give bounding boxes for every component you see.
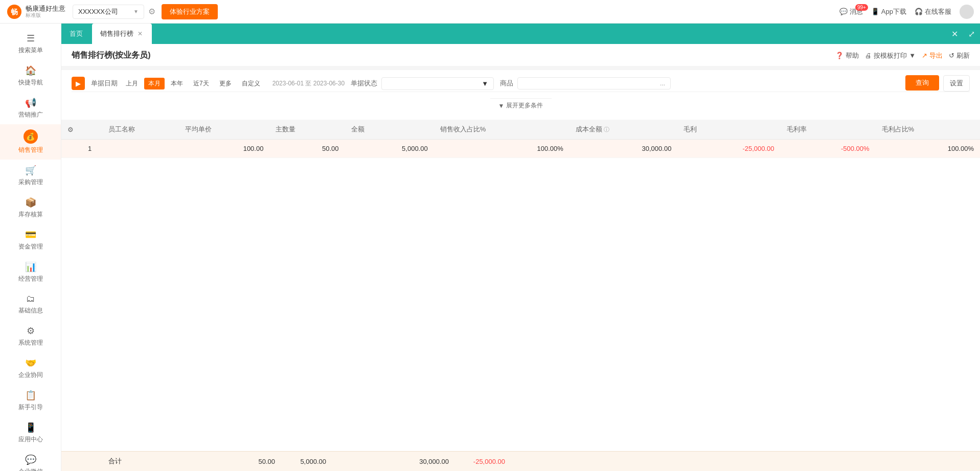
trial-button[interactable]: 体验行业方案 <box>162 4 218 19</box>
th-settings: ⚙ <box>61 120 82 140</box>
table-row: 1 100.00 50.00 5,000.00 100.00% 30,000.0… <box>61 140 980 158</box>
data-table: ⚙ 员工名称 平均单价 主数量 全额 销售收入占比% 成本全额 ⓘ 毛利 毛 <box>61 120 980 158</box>
query-button[interactable]: 查询 <box>905 75 939 91</box>
cost-info-icon: ⓘ <box>604 126 609 132</box>
date-tab-this-year[interactable]: 本年 <box>167 78 187 89</box>
print-icon: 🖨 <box>865 52 872 59</box>
newguide-icon: 📋 <box>25 390 36 401</box>
company-selector[interactable]: XXXXXX公司 ▼ <box>73 5 144 19</box>
table-container: ⚙ 员工名称 平均单价 主数量 全额 销售收入占比% 成本全额 ⓘ 毛利 毛 <box>61 120 980 451</box>
th-gross-profit: 毛利 <box>677 120 780 140</box>
sidebar-label-search: 搜索菜单 <box>18 46 43 55</box>
sidebar-item-basicinfo[interactable]: 🗂 基础信息 <box>0 288 61 320</box>
enterprise-wechat-icon: 💬 <box>25 454 36 465</box>
inventory-icon: 📦 <box>25 197 36 208</box>
content-area: 首页 销售排行榜 ✕ ✕ ⤢ 销售排行榜(按业务员) ❓ 帮助 <box>61 24 980 471</box>
sidebar-item-purchase[interactable]: 🛒 采购管理 <box>0 160 61 192</box>
appcenter-icon: 📱 <box>25 422 36 433</box>
message-icon: 💬 <box>839 8 848 15</box>
td-rank: 1 <box>82 140 102 158</box>
enterprise-collab-icon: 🤝 <box>25 357 36 369</box>
purchase-icon: 🛒 <box>25 165 36 176</box>
sidebar-item-operations[interactable]: 📊 经营管理 <box>0 256 61 288</box>
logo-sub: 标准版 <box>26 12 65 18</box>
date-label: 单据日期 <box>91 79 118 88</box>
header-actions: ❓ 帮助 🖨 按模板打印 ▼ ↗ 导出 ↺ <box>835 51 970 60</box>
sidebar-item-search-order[interactable]: ☰ 搜索菜单 <box>0 28 61 60</box>
tab-restore-icon[interactable]: ⤢ <box>963 29 980 39</box>
tab-sales-ranking[interactable]: 销售排行榜 ✕ <box>92 24 152 44</box>
goods-filter: 商品 ... <box>500 77 671 89</box>
message-action[interactable]: 💬 消息 99+ <box>839 7 863 16</box>
refresh-icon: ↺ <box>949 52 954 59</box>
sidebar-item-appcenter[interactable]: 📱 应用中心 <box>0 417 61 449</box>
status-select[interactable]: ▼ <box>381 77 494 90</box>
sidebar-label-quicknav: 快捷导航 <box>18 78 43 87</box>
sidebar-label-operations: 经营管理 <box>18 275 43 283</box>
logo-title: 畅康通好生意 <box>26 5 65 13</box>
footer-cost-amount: 30,000.00 <box>394 458 455 465</box>
filter-actions: 查询 设置 <box>905 75 970 92</box>
page-title: 销售排行榜(按业务员) <box>72 50 151 61</box>
th-gross-pct: 毛利占比% <box>876 120 980 140</box>
date-tab-last-7days[interactable]: 近7天 <box>189 78 213 89</box>
date-tab-more[interactable]: 更多 <box>215 78 236 89</box>
settings-gear-icon[interactable]: ⚙ <box>148 7 155 16</box>
date-tab-last-month[interactable]: 上月 <box>122 78 142 89</box>
filter-settings-button[interactable]: 设置 <box>943 75 970 92</box>
tab-close-icon[interactable]: ✕ <box>136 29 144 38</box>
sidebar-item-enterprise-wechat[interactable]: 💬 企业微信 <box>0 449 61 471</box>
td-gross-profit: -25,000.00 <box>677 140 780 158</box>
sidebar-item-enterprise-collab[interactable]: 🤝 企业协同 <box>0 352 61 385</box>
online-service-label: 在线客服 <box>925 7 951 16</box>
sidebar-label-appcenter: 应用中心 <box>18 435 43 444</box>
tab-close-window-icon[interactable]: ✕ <box>946 29 963 39</box>
goods-input[interactable]: ... <box>517 77 671 89</box>
sidebar-label-sales: 销售管理 <box>18 146 43 154</box>
template-print-btn[interactable]: 🖨 按模板打印 ▼ <box>865 51 916 60</box>
sidebar-item-sales[interactable]: 💰 销售管理 <box>0 124 61 160</box>
help-btn[interactable]: ❓ 帮助 <box>835 51 859 60</box>
finance-icon: 💳 <box>25 229 36 240</box>
filter-row: ▶ 单据日期 上月 本月 本年 近7天 更多 自定义 <box>72 75 970 92</box>
sidebar-label-finance: 资金管理 <box>18 242 43 251</box>
date-tab-this-month[interactable]: 本月 <box>144 78 165 89</box>
tab-home[interactable]: 首页 <box>61 24 91 44</box>
th-employee: 员工名称 <box>102 120 179 140</box>
sidebar-label-system: 系统管理 <box>18 339 43 347</box>
th-gross-rate: 毛利率 <box>781 120 876 140</box>
sidebar-label-enterprise-collab: 企业协同 <box>18 371 43 379</box>
date-tab-custom[interactable]: 自定义 <box>238 78 264 89</box>
table-footer-row: 合计 50.00 5,000.00 30,000.00 -25,000.00 <box>61 451 980 471</box>
th-main-qty: 主数量 <box>269 120 345 140</box>
expand-conditions-btn[interactable]: ▼ 展开更多条件 <box>490 98 552 113</box>
top-right-actions: 💬 消息 99+ 📱 App下载 🎧 在线客服 <box>839 5 974 19</box>
sales-icon: 💰 <box>24 129 38 144</box>
sidebar-item-marketing[interactable]: 📢 营销推广 <box>0 92 61 124</box>
th-avg-price: 平均单价 <box>179 120 269 140</box>
td-avg-price: 100.00 <box>179 140 269 158</box>
logo-text: 畅康通好生意 标准版 <box>26 5 65 19</box>
user-avatar[interactable] <box>960 5 974 19</box>
export-btn[interactable]: ↗ 导出 <box>922 51 943 60</box>
td-sales-pct: 100.00% <box>434 140 569 158</box>
refresh-btn[interactable]: ↺ 刷新 <box>949 51 970 60</box>
column-settings-icon[interactable]: ⚙ <box>67 126 74 133</box>
online-service-action[interactable]: 🎧 在线客服 <box>915 7 951 16</box>
operations-icon: 📊 <box>25 261 36 273</box>
app-download-action[interactable]: 📱 App下载 <box>871 7 906 16</box>
th-rank <box>82 120 102 140</box>
filter-toggle-btn[interactable]: ▶ <box>72 77 85 90</box>
sidebar-item-system[interactable]: ⚙ 系统管理 <box>0 320 61 352</box>
main-area: ☰ 搜索菜单 🏠 快捷导航 📢 营销推广 💰 销售管理 🛒 采购管理 <box>0 24 980 471</box>
company-name: XXXXXX公司 <box>78 7 118 16</box>
sidebar-item-quick-nav[interactable]: 🏠 快捷导航 <box>0 60 61 92</box>
more-icon[interactable]: ... <box>660 80 665 87</box>
logo-icon: 畅 <box>6 4 22 20</box>
tab-label: 销售排行榜 <box>100 29 133 38</box>
sidebar-item-newguide[interactable]: 📋 新手引导 <box>0 385 61 417</box>
th-sales-pct: 销售收入占比% <box>434 120 569 140</box>
sidebar-item-inventory[interactable]: 📦 库存核算 <box>0 192 61 224</box>
sidebar-item-finance[interactable]: 💳 资金管理 <box>0 224 61 256</box>
date-tabs: 上月 本月 本年 近7天 更多 自定义 <box>122 78 264 89</box>
